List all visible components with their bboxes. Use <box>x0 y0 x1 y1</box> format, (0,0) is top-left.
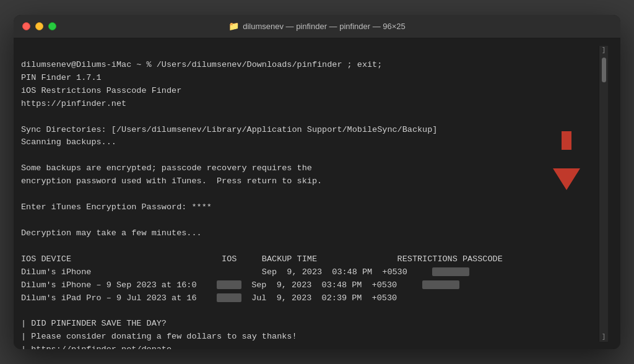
ios-3-blurred <box>217 293 241 302</box>
maximize-button[interactable] <box>48 22 56 30</box>
encrypted-line-1: Some backups are encrypted; passcode rec… <box>21 163 312 173</box>
terminal-output[interactable]: dilumsenev@Dilums-iMac ~ % /Users/dilums… <box>21 46 599 342</box>
password-prompt-line: Enter iTunes Encryption Password: **** <box>21 202 212 212</box>
donate-line-3: | https://pinfinder.net/donate <box>21 345 172 349</box>
scanning-line: Scanning backups... <box>21 137 116 147</box>
sync-dirs-line: Sync Directories: [/Users/dilumsenev/Lib… <box>21 125 437 134</box>
table-header-line: IOS DEVICE IOS BACKUP TIME RESTRICTIONS … <box>21 254 503 264</box>
app-name-line: PIN Finder 1.7.1 <box>21 73 102 82</box>
donate-line-2: | Please consider donating a few dollars… <box>21 332 297 341</box>
scrollbar-thumb[interactable] <box>602 58 606 82</box>
app-desc-line: iOS Restrictions Passcode Finder <box>21 86 181 95</box>
decryption-line: Decryption may take a few minutes... <box>21 228 202 238</box>
app-url-line: https://pinfinder.net <box>21 99 126 108</box>
minimize-button[interactable] <box>35 22 43 30</box>
scrollbar[interactable]: ] ] <box>599 46 608 342</box>
window-title: dilumsenev — pinfinder — pinfinder — 96×… <box>243 22 406 31</box>
scrollbar-top: ] <box>602 47 606 54</box>
encrypted-line-2: encryption password used with iTunes. Pr… <box>21 176 322 186</box>
scrollbar-bottom: ] <box>602 334 606 340</box>
terminal-window: 📁 dilumsenev — pinfinder — pinfinder — 9… <box>14 15 620 349</box>
table-row-1: Dilum's iPhone Sep 9, 2023 03:48 PM +053… <box>21 267 469 277</box>
arrow-annotation <box>553 168 580 193</box>
ios-2-blurred <box>217 280 241 289</box>
terminal-body: dilumsenev@Dilums-iMac ~ % /Users/dilums… <box>14 38 620 349</box>
passcode-1-blurred <box>432 267 469 276</box>
donate-line-1: | DID PINFINDER SAVE THE DAY? <box>21 319 167 328</box>
passcode-2-blurred <box>422 280 459 289</box>
traffic-lights <box>22 22 56 30</box>
prompt-line: dilumsenev@Dilums-iMac ~ % /Users/dilums… <box>21 60 382 69</box>
folder-icon: 📁 <box>228 21 239 32</box>
table-row-2: Dilum's iPhone – 9 Sep 2023 at 16:0 Sep … <box>21 280 459 290</box>
title-bar: 📁 dilumsenev — pinfinder — pinfinder — 9… <box>14 15 620 38</box>
table-row-3: Dilum's iPad Pro – 9 Jul 2023 at 16 Jul … <box>21 293 397 303</box>
close-button[interactable] <box>22 22 30 30</box>
